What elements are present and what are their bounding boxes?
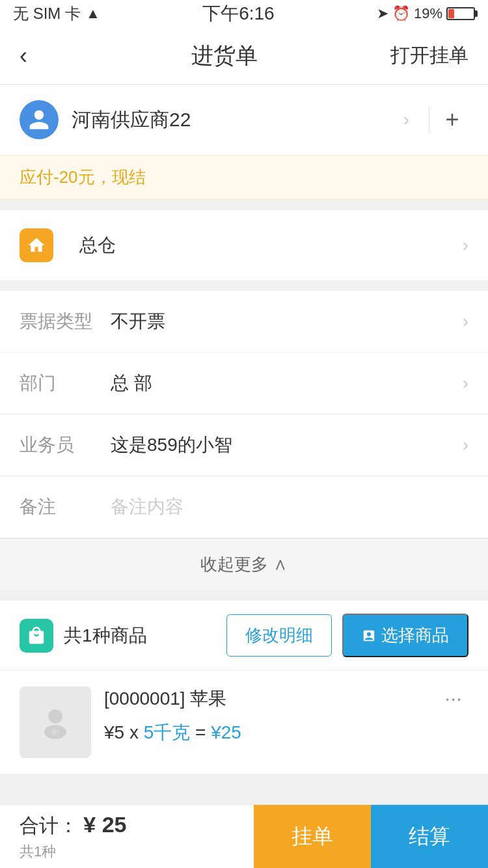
page-title: 进货单 <box>191 41 258 71</box>
remark-label: 备注 <box>20 495 98 519</box>
warehouse-section: 总仓 › <box>0 210 488 280</box>
product-header: 共1种商品 修改明细 选择商品 <box>0 601 488 671</box>
collapse-button[interactable]: 收起更多 ∧ <box>0 538 488 590</box>
total-label: 合计： <box>20 815 78 836</box>
warehouse-chevron-icon: › <box>463 235 468 256</box>
product-item: 品+ [0000001] 苹果 ¥5 x 5千克 = ¥25 ··· <box>0 671 488 774</box>
dept-row[interactable]: 部门 总 部 › <box>0 353 488 414</box>
status-bar: 无 SIM 卡 ▲ 下午6:16 ➤ ⏰ 19% <box>0 0 488 27</box>
wifi-icon: ▲ <box>86 5 100 22</box>
footer-total: 合计： ¥ 25 共1种 <box>0 812 254 861</box>
dept-label: 部门 <box>20 371 98 396</box>
checkout-button[interactable]: 结算 <box>371 805 488 869</box>
sales-row[interactable]: 业务员 这是859的小智 › <box>0 414 488 476</box>
total-amount: ¥ 25 <box>83 812 126 837</box>
supplier-name: 河南供应商22 <box>72 107 403 133</box>
remark-placeholder: 备注内容 <box>98 495 468 519</box>
form-section: 票据类型 不开票 › 部门 总 部 › 业务员 这是859的小智 › 备注 备注… <box>0 291 488 590</box>
battery-icon <box>446 7 475 20</box>
sales-label: 业务员 <box>20 433 98 457</box>
product-count-icon-bg <box>20 619 53 653</box>
product-price: ¥5 x 5千克 = ¥25 <box>104 720 438 745</box>
svg-text:品+: 品+ <box>51 728 60 735</box>
invoice-chevron-icon: › <box>463 311 468 332</box>
alarm-icon: ⏰ <box>392 5 410 22</box>
warehouse-icon <box>27 236 46 255</box>
main-content: 河南供应商22 › + 应付-20元，现结 总仓 › 票据类型 不开票 › <box>0 85 488 848</box>
product-count: 共1种商品 <box>64 623 226 648</box>
back-button[interactable]: ‹ <box>20 42 59 70</box>
unit-price: ¥5 x <box>104 722 144 742</box>
supplier-chevron-icon: › <box>403 109 409 130</box>
status-right: ➤ ⏰ 19% <box>377 5 475 22</box>
warehouse-icon-bg <box>20 228 53 262</box>
total-row: 合计： ¥ 25 <box>20 812 234 839</box>
add-supplier-button[interactable]: + <box>436 103 468 136</box>
price-equals: = <box>195 722 211 742</box>
quantity: 5千克 <box>144 722 191 742</box>
battery-label: 19% <box>414 5 442 22</box>
sales-chevron-icon: › <box>463 435 468 455</box>
warehouse-row[interactable]: 总仓 › <box>0 210 488 280</box>
hang-button[interactable]: 挂单 <box>254 805 371 869</box>
invoice-value: 不开票 <box>98 309 463 334</box>
sales-value: 这是859的小智 <box>98 433 463 457</box>
divider <box>429 107 429 133</box>
nav-bar: ‹ 进货单 打开挂单 <box>0 27 488 85</box>
open-hang-button[interactable]: 打开挂单 <box>390 42 468 69</box>
invoice-type-row[interactable]: 票据类型 不开票 › <box>0 291 488 353</box>
status-time: 下午6:16 <box>202 1 275 26</box>
product-thumbnail: 品+ <box>20 686 91 758</box>
status-left: 无 SIM 卡 ▲ <box>13 3 100 24</box>
footer: 合计： ¥ 25 共1种 挂单 结算 <box>0 804 488 868</box>
select-product-icon <box>362 629 376 643</box>
shopping-bag-icon <box>27 626 46 645</box>
product-section: 共1种商品 修改明细 选择商品 品+ [0000001] 苹果 <box>0 601 488 774</box>
footer-count: 共1种 <box>20 842 234 861</box>
product-more-button[interactable]: ··· <box>438 686 468 711</box>
user-icon <box>27 108 51 131</box>
invoice-label: 票据类型 <box>20 309 98 334</box>
svg-point-0 <box>48 709 62 724</box>
supplier-avatar <box>20 100 59 139</box>
supplier-section: 河南供应商22 › + 应付-20元，现结 <box>0 85 488 200</box>
product-name: [0000001] 苹果 <box>104 686 438 711</box>
line-total: ¥25 <box>211 722 241 742</box>
product-placeholder-icon: 品+ <box>36 703 75 742</box>
select-product-button[interactable]: 选择商品 <box>342 614 468 657</box>
product-code: [0000001] 苹果 <box>104 688 226 709</box>
dept-chevron-icon: › <box>463 373 468 394</box>
location-icon: ➤ <box>377 5 388 22</box>
edit-detail-button[interactable]: 修改明细 <box>226 614 332 657</box>
warehouse-name: 总仓 <box>66 233 463 258</box>
carrier-label: 无 SIM 卡 <box>13 3 81 24</box>
product-info: [0000001] 苹果 ¥5 x 5千克 = ¥25 <box>104 686 438 745</box>
payment-warning: 应付-20元，现结 <box>0 156 488 200</box>
dept-value: 总 部 <box>98 371 463 396</box>
remark-row[interactable]: 备注 备注内容 <box>0 476 488 538</box>
supplier-row[interactable]: 河南供应商22 › + <box>0 85 488 156</box>
